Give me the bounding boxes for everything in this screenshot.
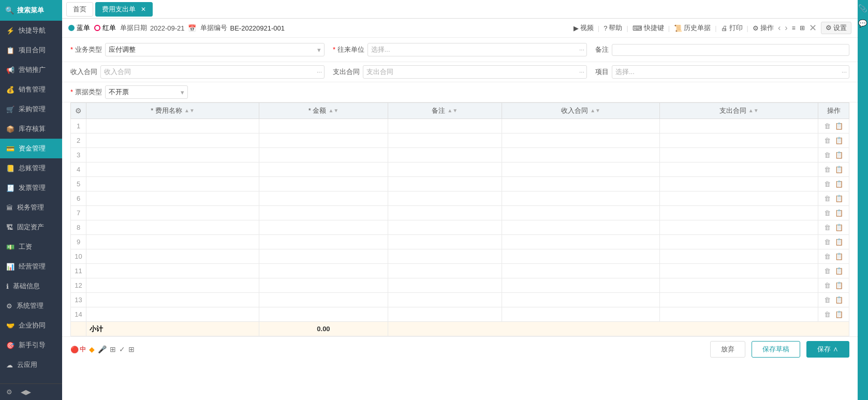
prev-btn[interactable]: ‹ bbox=[778, 23, 781, 33]
tab-expense[interactable]: 费用支出单 ✕ bbox=[95, 2, 153, 17]
copy-icon-4[interactable]: 📋 bbox=[835, 166, 843, 173]
shortcut-btn[interactable]: ⌨ 快捷键 bbox=[632, 23, 664, 33]
delete-icon-9[interactable]: 🗑 bbox=[824, 238, 831, 246]
tab-home[interactable]: 首页 bbox=[66, 2, 93, 17]
save-button[interactable]: 保存 ∧ bbox=[806, 341, 849, 358]
action-btn[interactable]: ⚙ 操作 bbox=[753, 23, 774, 33]
copy-icon-1[interactable]: 📋 bbox=[835, 122, 843, 130]
cell-amount-8[interactable] bbox=[259, 220, 388, 235]
volume-icon[interactable]: ◀▶ bbox=[21, 388, 31, 396]
cell-remark-6[interactable] bbox=[388, 191, 502, 206]
expense-contract-input[interactable]: 支出合同 bbox=[363, 66, 577, 78]
cell-remark-14[interactable] bbox=[388, 307, 502, 322]
cell-amount-14[interactable] bbox=[259, 307, 388, 322]
cell-amount-10[interactable] bbox=[259, 249, 388, 264]
close-window-btn[interactable]: ✕ bbox=[809, 22, 817, 34]
right-panel[interactable]: 📎 💬 bbox=[858, 0, 868, 400]
copy-icon-3[interactable]: 📋 bbox=[835, 151, 843, 159]
delete-icon-1[interactable]: 🗑 bbox=[824, 122, 831, 130]
delete-icon-7[interactable]: 🗑 bbox=[824, 209, 831, 217]
cell-remark-4[interactable] bbox=[388, 162, 502, 177]
sidebar-item-system[interactable]: ⚙系统管理 bbox=[0, 296, 62, 316]
cell-income-2[interactable] bbox=[502, 134, 660, 148]
copy-icon-7[interactable]: 📋 bbox=[835, 209, 843, 217]
radio-red[interactable]: 红单 bbox=[94, 23, 116, 33]
cell-expense-contract-10[interactable] bbox=[660, 249, 818, 264]
partner-input[interactable]: 选择... bbox=[368, 43, 577, 56]
cell-expense-name-1[interactable] bbox=[86, 119, 259, 134]
sidebar-item-marketing[interactable]: 📢营销推广 bbox=[0, 60, 62, 80]
sidebar-item-general-ledger[interactable]: 📒总账管理 bbox=[0, 158, 62, 178]
sidebar-item-operations[interactable]: 📊经营管理 bbox=[0, 257, 62, 276]
cell-income-14[interactable] bbox=[502, 307, 660, 322]
cell-expense-name-4[interactable] bbox=[86, 162, 259, 177]
copy-icon-5[interactable]: 📋 bbox=[835, 180, 843, 188]
business-type-value[interactable]: 应付调整 bbox=[109, 45, 317, 54]
cell-amount-7[interactable] bbox=[259, 206, 388, 220]
delete-icon-11[interactable]: 🗑 bbox=[824, 267, 831, 275]
cell-income-5[interactable] bbox=[502, 177, 660, 191]
cell-expense-contract-5[interactable] bbox=[660, 177, 818, 191]
cell-remark-11[interactable] bbox=[388, 264, 502, 278]
calendar-icon[interactable]: 📅 bbox=[188, 24, 196, 32]
sort-arrows-amount[interactable]: ▲▼ bbox=[328, 109, 339, 113]
sidebar-item-inventory[interactable]: 📦库存核算 bbox=[0, 119, 62, 139]
project-input[interactable]: 选择... bbox=[612, 66, 840, 78]
copy-icon-13[interactable]: 📋 bbox=[835, 296, 843, 304]
delete-icon-4[interactable]: 🗑 bbox=[824, 166, 831, 173]
cell-expense-name-5[interactable] bbox=[86, 177, 259, 191]
cell-income-11[interactable] bbox=[502, 264, 660, 278]
next-btn[interactable]: › bbox=[785, 23, 787, 33]
cell-expense-contract-7[interactable] bbox=[660, 206, 818, 220]
remark-input[interactable] bbox=[612, 44, 849, 56]
sidebar-item-fund[interactable]: 💳资金管理 bbox=[0, 139, 62, 158]
copy-icon-10[interactable]: 📋 bbox=[835, 253, 843, 260]
cell-remark-3[interactable] bbox=[388, 148, 502, 162]
sidebar-item-sales[interactable]: 💰销售管理 bbox=[0, 80, 62, 99]
cell-expense-contract-6[interactable] bbox=[660, 191, 818, 206]
cell-remark-2[interactable] bbox=[388, 134, 502, 148]
cell-income-9[interactable] bbox=[502, 235, 660, 249]
cell-income-7[interactable] bbox=[502, 206, 660, 220]
table-gear-icon[interactable]: ⚙ bbox=[75, 107, 82, 115]
copy-icon-14[interactable]: 📋 bbox=[835, 310, 843, 318]
print-btn[interactable]: 🖨 打印 bbox=[721, 23, 743, 33]
cell-amount-13[interactable] bbox=[259, 293, 388, 307]
cell-expense-name-3[interactable] bbox=[86, 148, 259, 162]
cell-amount-11[interactable] bbox=[259, 264, 388, 278]
sidebar-item-salary[interactable]: 💵工资 bbox=[0, 237, 62, 257]
delete-icon-2[interactable]: 🗑 bbox=[824, 137, 831, 144]
cell-amount-9[interactable] bbox=[259, 235, 388, 249]
cell-amount-5[interactable] bbox=[259, 177, 388, 191]
cell-expense-name-13[interactable] bbox=[86, 293, 259, 307]
history-btn[interactable]: 📜 历史单据 bbox=[674, 23, 711, 33]
set-button[interactable]: ⚙ 设置 bbox=[821, 22, 851, 34]
cell-expense-contract-12[interactable] bbox=[660, 278, 818, 293]
cell-remark-13[interactable] bbox=[388, 293, 502, 307]
cell-expense-contract-8[interactable] bbox=[660, 220, 818, 235]
footer-icon-diamond[interactable]: ◆ bbox=[89, 345, 95, 353]
sort-arrows-expense[interactable]: ▲▼ bbox=[184, 109, 195, 113]
cell-expense-name-14[interactable] bbox=[86, 307, 259, 322]
cell-income-10[interactable] bbox=[502, 249, 660, 264]
sidebar-item-quick-nav[interactable]: ⚡快捷导航 bbox=[0, 21, 62, 40]
cell-expense-contract-4[interactable] bbox=[660, 162, 818, 177]
cell-expense-contract-13[interactable] bbox=[660, 293, 818, 307]
sidebar-item-project-contract[interactable]: 📋项目合同 bbox=[0, 40, 62, 60]
col-config[interactable]: ⚙ bbox=[71, 103, 86, 119]
copy-icon-2[interactable]: 📋 bbox=[835, 137, 843, 144]
cell-expense-name-8[interactable] bbox=[86, 220, 259, 235]
tab-expense-close[interactable]: ✕ bbox=[141, 6, 146, 13]
cell-remark-7[interactable] bbox=[388, 206, 502, 220]
cell-expense-contract-1[interactable] bbox=[660, 119, 818, 134]
cell-remark-12[interactable] bbox=[388, 278, 502, 293]
project-dots[interactable]: ··· bbox=[840, 68, 849, 76]
cell-expense-name-12[interactable] bbox=[86, 278, 259, 293]
settings-icon[interactable]: ⚙ bbox=[6, 388, 12, 396]
sidebar-item-tax[interactable]: 🏛税务管理 bbox=[0, 198, 62, 217]
list-view-btn1[interactable]: ≡ bbox=[792, 24, 796, 32]
cell-expense-name-9[interactable] bbox=[86, 235, 259, 249]
delete-icon-5[interactable]: 🗑 bbox=[824, 180, 831, 188]
delete-icon-14[interactable]: 🗑 bbox=[824, 310, 831, 318]
cell-income-4[interactable] bbox=[502, 162, 660, 177]
